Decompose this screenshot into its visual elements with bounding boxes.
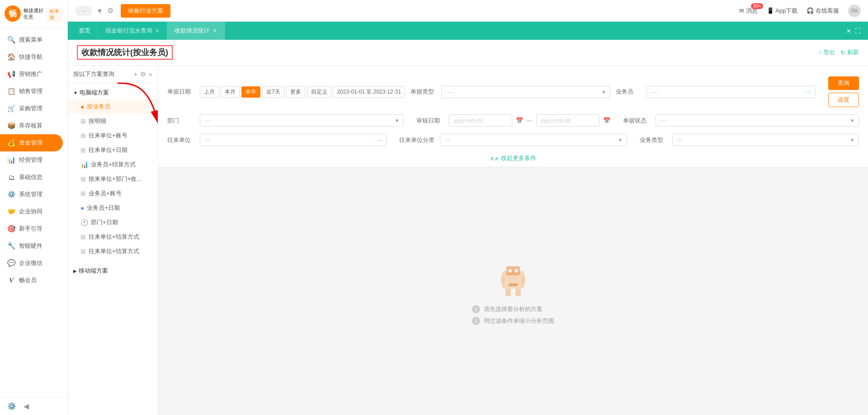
filter-area: 单据日期 上月 本月 本年 近7天 更多 自定义 2023-01-01 至 20… <box>158 66 868 150</box>
svg-point-3 <box>508 269 512 273</box>
tree-item-partner-dept[interactable]: ⊞ 按来单位+部门+收... <box>68 172 158 186</box>
tree-desktop-header[interactable]: ▼ 电脑端方案 <box>68 86 158 99</box>
biz-type-select[interactable]: — ▾ <box>672 134 859 146</box>
partner-select[interactable]: — ··· <box>200 134 387 146</box>
date-btn-last-7days[interactable]: 近7天 <box>262 86 284 98</box>
panel-add-icon[interactable]: + <box>134 71 137 78</box>
sidebar-item-guide[interactable]: 🎯新手引导 <box>0 220 67 237</box>
sidebar-item-inventory[interactable]: 📦库存核算 <box>0 117 67 134</box>
category-select[interactable]: — ▾ <box>441 86 610 98</box>
tab-bank-flow-close-icon[interactable]: ✕ <box>155 28 160 34</box>
date-btn-more[interactable]: 更多 <box>286 86 305 98</box>
tree-item-partner-payment2-label: 往来单位+结算方式 <box>89 247 139 255</box>
svg-rect-5 <box>509 283 518 286</box>
sidebar-item-enterprise[interactable]: 🤝企业协同 <box>0 203 67 220</box>
filter-row-2: 部门 — ▾ 审核日期 yyyy-mm-dd 📅 — <box>167 111 859 130</box>
online-service-link[interactable]: 🎧 在线客服 <box>807 7 839 15</box>
sidebar-item-search[interactable]: 🔍搜索菜单 <box>0 31 67 48</box>
inventory-icon: 📦 <box>7 122 15 130</box>
tree-item-dept-date[interactable]: 🕐 部门+日期 <box>68 215 158 230</box>
partner-more-icon[interactable]: ··· <box>377 137 382 143</box>
dept-label: 部门 <box>167 117 194 125</box>
trial-button[interactable]: 体验行业方案 <box>121 4 170 18</box>
sidebar-item-operation[interactable]: 📊经营管理 <box>0 151 67 169</box>
tree-item-salesperson-payment[interactable]: 📊 业务员+结算方式 <box>68 157 158 172</box>
sidebar-item-member[interactable]: V畅会员 <box>0 272 67 289</box>
left-panel: 按以下方案查询 + ⚙ « <box>68 66 158 415</box>
search-icon: 🔍 <box>7 36 15 44</box>
salesperson-more-icon[interactable]: ··· <box>806 89 811 95</box>
filter-row-1: 单据日期 上月 本月 本年 近7天 更多 自定义 2023-01-01 至 20… <box>167 73 859 111</box>
refresh-button[interactable]: ↻ 刷新 <box>840 48 859 57</box>
sidebar-settings-icon[interactable]: ⚙️ <box>7 402 16 410</box>
tree-item-partner-account-label: 往来单位+账号 <box>89 132 127 140</box>
panel-settings-icon[interactable]: ⚙ <box>140 71 146 78</box>
collapse-bar[interactable]: ∧∧ 收起更多条件 <box>158 150 868 167</box>
date-btn-this-year[interactable]: 本年 <box>241 86 260 98</box>
collapse-label: 收起更多条件 <box>501 154 536 162</box>
partner-date-icon: ⊞ <box>80 146 86 154</box>
logo-icon: 畅 <box>5 5 21 22</box>
audit-date-from-input[interactable]: yyyy-mm-dd <box>449 114 512 127</box>
sidebar-item-basic[interactable]: 🗂基础信息 <box>0 169 67 186</box>
date-btn-this-month[interactable]: 本月 <box>221 86 240 98</box>
tree-item-partner-payment2[interactable]: ⊞ 往来单位+结算方式 <box>68 244 158 259</box>
empty-tip-2: 2 用过滤条件来缩小分析范围 <box>472 317 554 325</box>
tree-item-salesperson-account[interactable]: ⊞ 业务员+账号 <box>68 186 158 201</box>
tab-expand-icon[interactable]: ⛶ <box>855 28 861 34</box>
svg-rect-6 <box>501 276 505 283</box>
tab-receipt-stats[interactable]: 收款情况统计 ✕ <box>167 22 225 40</box>
sidebar-item-system[interactable]: ⚙️系统管理 <box>0 186 67 203</box>
calendar-from-icon[interactable]: 📅 <box>516 117 523 124</box>
sidebar-item-fund[interactable]: 💰资金管理 <box>0 134 63 151</box>
sidebar-collapse-icon[interactable]: ◀ <box>24 402 29 410</box>
sidebar-item-sales[interactable]: 📋销售管理 <box>0 83 67 100</box>
tab-home[interactable]: 首页 <box>71 22 98 40</box>
collapse-up-icon: ∧∧ <box>490 155 499 162</box>
message-badge-container[interactable]: ✉ 消息 99+ <box>739 7 758 15</box>
svg-rect-8 <box>505 289 511 296</box>
tree-item-partner-account[interactable]: ⊞ 往来单位+账号 <box>68 128 158 143</box>
dept-date-icon: 🕐 <box>80 219 88 226</box>
tab-close-all-icon[interactable]: ✕ <box>846 28 851 34</box>
query-button[interactable]: 查询 <box>828 76 859 90</box>
page-title: 收款情况统计(按业务员) <box>77 45 173 60</box>
app-download-link[interactable]: 📱 App下载 <box>767 7 797 15</box>
sidebar-item-hardware[interactable]: 🔧智能硬件 <box>0 237 67 255</box>
audit-date-to-input[interactable]: yyyy-mm-dd <box>536 114 599 127</box>
dept-select[interactable]: — ▾ <box>200 114 404 127</box>
date-btn-last-month[interactable]: 上月 <box>200 86 219 98</box>
partner-category-select[interactable]: — ▾ <box>440 134 627 146</box>
panel-collapse-icon[interactable]: « <box>149 71 152 78</box>
tab-bar-right: ✕ ⛶ <box>846 28 864 34</box>
date-label: 单据日期 <box>167 88 194 96</box>
header-expand-icon[interactable]: ▾ <box>98 6 102 16</box>
salesperson-account-icon: ⊞ <box>80 190 86 197</box>
partner-payment2-icon: ⊞ <box>80 248 86 255</box>
tree-item-partner-payment1-label: 往来单位+结算方式 <box>89 233 139 241</box>
user-avatar[interactable]: Rit <box>848 5 861 17</box>
sidebar-item-wechat[interactable]: 💬企业微信 <box>0 255 67 272</box>
sidebar-item-marketing[interactable]: 📢营销推广 <box>0 66 67 83</box>
sidebar-item-quick-nav[interactable]: 🏠快捷导航 <box>0 48 67 66</box>
export-button[interactable]: ↑ 导出 <box>819 48 835 57</box>
tree-mobile-header[interactable]: ▶ 移动端方案 <box>68 264 158 278</box>
partner-dept-icon: ⊞ <box>80 175 86 183</box>
date-btn-custom[interactable]: 自定义 <box>307 86 331 98</box>
salesperson-select[interactable]: — ··· <box>646 86 816 98</box>
doc-status-select[interactable]: — ▾ <box>656 114 859 127</box>
tree-item-by-detail[interactable]: ⊞ 按明细 <box>68 114 158 128</box>
tab-receipt-stats-close-icon[interactable]: ✕ <box>212 28 217 34</box>
tree-item-salesperson-date[interactable]: ● 业务员+日期 <box>68 201 158 215</box>
tree-item-by-salesperson[interactable]: ● 按业务员 <box>68 99 158 114</box>
sidebar-item-purchase[interactable]: 🛒采购管理 <box>0 100 67 117</box>
purchase-icon: 🛒 <box>7 104 15 113</box>
query-buttons: 查询 设置 <box>828 76 859 107</box>
calendar-to-icon[interactable]: 📅 <box>603 117 610 124</box>
tree-mobile-section: ▶ 移动端方案 <box>68 261 158 280</box>
tab-bank-flow[interactable]: 现金银行流水查询 ✕ <box>98 22 167 40</box>
tree-item-partner-payment1[interactable]: ⊞ 往来单位+结算方式 <box>68 230 158 244</box>
filter-settings-button[interactable]: 设置 <box>828 93 859 107</box>
header-gear-icon[interactable]: ⚙ <box>107 6 113 15</box>
tree-item-partner-date[interactable]: ⊞ 往来单位+日期 <box>68 143 158 157</box>
